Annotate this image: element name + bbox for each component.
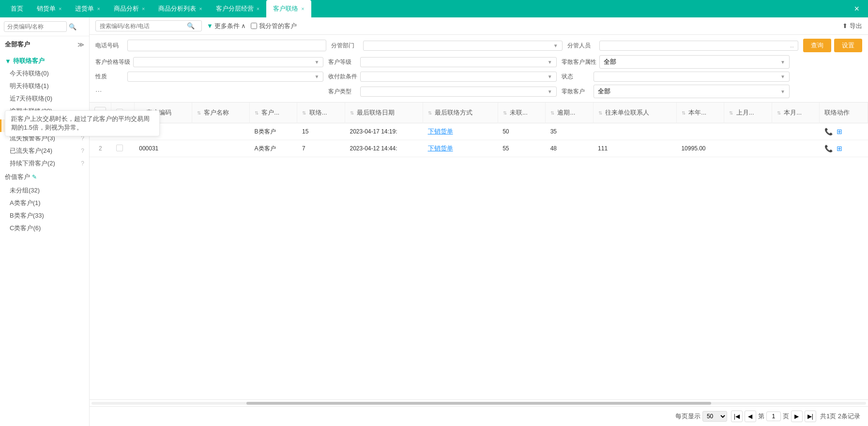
- chevron-down-icon-7: ▼: [548, 74, 552, 79]
- filter-select-nature[interactable]: ▼: [127, 72, 323, 82]
- cell-person-2: 111: [593, 140, 676, 157]
- cell-overdue-1: 35: [546, 123, 593, 140]
- col-contact-count[interactable]: 联络...: [297, 103, 345, 123]
- col-this-month[interactable]: 本月...: [772, 103, 819, 123]
- nav-customer-contact-close[interactable]: ×: [301, 6, 304, 12]
- nav-product-analysis-list-close[interactable]: ×: [199, 6, 202, 12]
- col-actions: 联络动作: [820, 103, 868, 123]
- nav-home[interactable]: 首页: [4, 0, 30, 17]
- all-customers-title: 全部客户 ≫: [0, 36, 89, 53]
- cell-type-2: A类客户: [250, 140, 297, 157]
- nav-sales-order[interactable]: 销货单 ×: [30, 0, 68, 17]
- action-phone-icon-1[interactable]: 📞: [824, 128, 833, 135]
- main-layout: 🔍 全部客户 ≫ ▼ 待联络客户 今天待联络(0) 明天待联络(1) 近7天待联…: [0, 17, 868, 426]
- sidebar-search-area: 🔍: [0, 17, 89, 36]
- filter-label-customer-level: 客户等级: [328, 58, 357, 66]
- export-button[interactable]: ⬆ 导出: [842, 22, 862, 30]
- filter-item-retail-customer: 零散客户 全部 ▼: [562, 85, 790, 98]
- nav-customer-segmentation-close[interactable]: ×: [257, 6, 259, 12]
- scroll-thumb[interactable]: [246, 402, 711, 405]
- sidebar-item-tomorrow-pending[interactable]: 明天待联络(1): [0, 80, 89, 92]
- filter-select-department[interactable]: ▼: [363, 41, 562, 51]
- nav-customer-segmentation[interactable]: 客户分层经营 ×: [209, 0, 266, 17]
- pagination: 每页显示 50 20 100 |◀ ◀ 第 页 ▶ ▶| 共1页 2条记录: [90, 406, 868, 426]
- export-icon: ⬆: [842, 22, 848, 29]
- filter-select-retail-customer[interactable]: 全部 ▼: [594, 85, 790, 98]
- last-method-link-1[interactable]: 下销货单: [428, 128, 453, 135]
- horizontal-scrollbar[interactable]: [90, 399, 868, 406]
- nav-product-analysis-close[interactable]: ×: [142, 6, 145, 12]
- per-page-select[interactable]: 50 20 100: [702, 411, 727, 422]
- chevron-down-icon-5: ▼: [780, 59, 785, 65]
- filter-select-price-level[interactable]: ▼: [133, 57, 323, 67]
- my-customer-checkbox[interactable]: [251, 23, 257, 29]
- sidebar-item-today-pending[interactable]: 今天待联络(0): [0, 67, 89, 80]
- sidebar-item-continuous-down[interactable]: 持续下滑客户(2) ?: [0, 157, 89, 170]
- last-method-link-2[interactable]: 下销货单: [428, 145, 453, 152]
- first-page-button[interactable]: |◀: [731, 411, 743, 422]
- filter-select-status[interactable]: ▼: [594, 72, 790, 82]
- page-number-input[interactable]: [766, 411, 781, 421]
- filter-search-icon[interactable]: 🔍: [187, 22, 195, 29]
- col-last-month[interactable]: 上月...: [724, 103, 772, 123]
- cell-seq-2: 2: [90, 140, 111, 157]
- more-conditions-button[interactable]: ▼ 更多条件 ∧: [207, 22, 246, 30]
- per-page-area: 每页显示 50 20 100: [675, 411, 727, 422]
- filter-label-retail-customer: 零散客户: [562, 88, 591, 96]
- filter-select-payment[interactable]: ▼: [360, 72, 556, 82]
- sidebar-item-ungrouped[interactable]: 未分组(32): [0, 184, 89, 197]
- sidebar-collapse-icon[interactable]: ≫: [77, 41, 84, 48]
- col-contact-person[interactable]: 往来单位联系人: [593, 103, 676, 123]
- sidebar-item-b-class[interactable]: B类客户(33): [0, 209, 89, 222]
- nav-customer-contact[interactable]: 客户联络 ×: [266, 0, 311, 17]
- more-conditions-arrow: ∧: [241, 22, 246, 29]
- settings-button[interactable]: 设置: [834, 39, 862, 52]
- already-lost-help-icon[interactable]: ?: [81, 147, 84, 154]
- pending-contact-group-title[interactable]: ▼ 待联络客户: [0, 55, 89, 67]
- action-more-icon-1[interactable]: ⊞: [837, 128, 842, 135]
- page-nav: |◀ ◀ 第 页 ▶ ▶|: [731, 411, 816, 422]
- filter-label-price-level: 客户价格等级: [95, 58, 130, 66]
- next-page-button[interactable]: ▶: [791, 411, 803, 422]
- action-more-icon-2[interactable]: ⊞: [837, 145, 842, 152]
- window-close-button[interactable]: ×: [849, 4, 864, 14]
- filter-dots-icon[interactable]: ···: [95, 87, 102, 96]
- scroll-track: [91, 402, 866, 405]
- filter-select-customer-level[interactable]: ▼: [360, 57, 556, 67]
- col-overdue[interactable]: 逾期...: [546, 103, 593, 123]
- table-header-row: ⚙ 客户编码 客户名称 客户...: [90, 103, 868, 123]
- col-customer-name[interactable]: 客户名称: [192, 103, 249, 123]
- filter-item-dots: ···: [95, 87, 323, 96]
- action-phone-icon-2[interactable]: 📞: [824, 145, 833, 152]
- sidebar-item-7days-pending[interactable]: 近7天待联络(0): [0, 92, 89, 105]
- nav-product-analysis-list[interactable]: 商品分析列表 ×: [152, 0, 209, 17]
- col-last-contact-method[interactable]: 最后联络方式: [423, 103, 498, 123]
- filter-item-customer-type: 客户类型 ▼: [328, 87, 556, 97]
- sidebar-item-already-lost[interactable]: 已流失客户(24) ?: [0, 145, 89, 157]
- value-customers-edit-icon[interactable]: ✎: [32, 174, 37, 180]
- cell-check-2: [111, 140, 135, 157]
- sidebar-item-c-class[interactable]: C类客户(6): [0, 222, 89, 235]
- col-uncontacted[interactable]: 未联...: [498, 103, 545, 123]
- col-customer-type[interactable]: 客户...: [250, 103, 297, 123]
- prev-page-button[interactable]: ◀: [745, 411, 756, 422]
- query-button[interactable]: 查询: [803, 39, 831, 52]
- filter-select-retail-attr[interactable]: 全部 ▼: [599, 55, 790, 69]
- filter-select-customer-type[interactable]: ▼: [360, 87, 556, 97]
- row-checkbox-2[interactable]: [116, 145, 123, 151]
- filter-input-phone[interactable]: [127, 40, 326, 51]
- sidebar-item-a-class[interactable]: A类客户(1): [0, 197, 89, 209]
- filter-select-manager[interactable]: ...: [599, 41, 798, 51]
- sidebar-search-input[interactable]: [4, 21, 67, 32]
- sidebar-search-icon[interactable]: 🔍: [69, 23, 76, 30]
- last-page-button[interactable]: ▶|: [805, 411, 816, 422]
- filter-search-box: 🔍: [95, 20, 202, 31]
- nav-purchase-order[interactable]: 进货单 ×: [68, 0, 107, 17]
- nav-product-analysis[interactable]: 商品分析 ×: [107, 0, 152, 17]
- nav-purchase-order-close[interactable]: ×: [97, 6, 100, 12]
- filter-search-input[interactable]: [100, 23, 187, 29]
- col-this-year[interactable]: 本年...: [676, 103, 724, 123]
- nav-sales-order-close[interactable]: ×: [59, 6, 61, 12]
- col-last-contact-date[interactable]: 最后联络日期: [345, 103, 423, 123]
- continuous-down-help-icon[interactable]: ?: [81, 160, 84, 167]
